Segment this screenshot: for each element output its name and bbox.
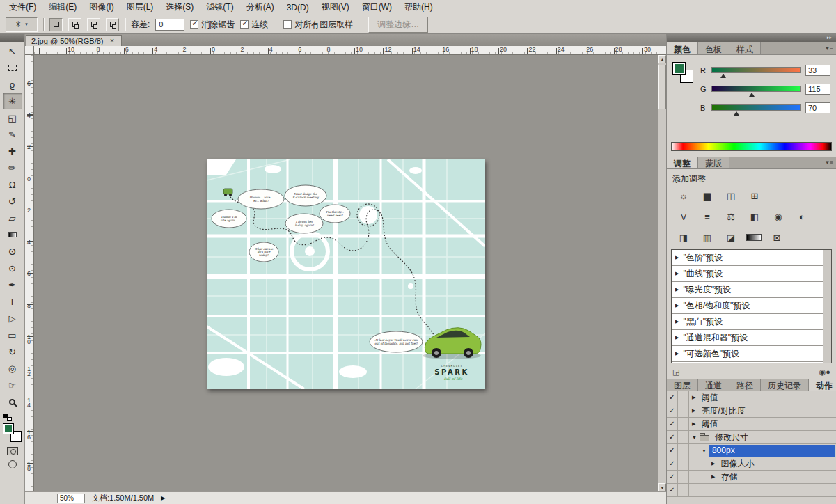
action-dialog-cell[interactable] (678, 391, 689, 404)
action-check-cell[interactable]: ✓ (667, 471, 678, 483)
path-selection-tool[interactable]: ▷ (3, 310, 22, 326)
contiguous-checkbox[interactable] (240, 20, 249, 29)
exposure-icon[interactable]: ⊞ (746, 189, 763, 203)
eyedropper-tool[interactable]: ✎ (3, 126, 22, 143)
subtract-from-selection-button[interactable] (87, 18, 100, 31)
magic-wand-tool[interactable]: ✳ (3, 93, 22, 109)
panel-tab-路径[interactable]: 路径 (729, 379, 761, 391)
expand-triangle-icon[interactable]: ▶ (692, 395, 695, 400)
action-check-cell[interactable]: ✓ (667, 457, 678, 470)
expand-triangle-icon[interactable]: ▼ (702, 448, 707, 453)
document-image[interactable]: Hmmm... nice...er... what?Must dodge the… (207, 159, 485, 389)
toolbar-header[interactable] (0, 34, 24, 42)
channel-slider-track[interactable] (711, 67, 801, 73)
action-row[interactable]: ✓▶存储 (667, 471, 836, 484)
canvas-area[interactable]: Hmmm... nice...er... what?Must dodge the… (34, 55, 658, 491)
channel-value-field[interactable]: 115 (805, 84, 830, 95)
intersect-selection-button[interactable] (106, 18, 119, 31)
panel-tab-历史记录[interactable]: 历史记录 (761, 379, 809, 391)
eraser-tool[interactable]: ▱ (3, 210, 22, 226)
lasso-tool[interactable]: ϱ (3, 76, 22, 93)
foreground-color-swatch[interactable] (3, 423, 14, 434)
panel-menu-icon[interactable]: ▼≡ (824, 159, 833, 166)
action-row[interactable]: ✓▶阈值 (667, 418, 836, 431)
scroll-down-arrow[interactable]: ▼ (658, 483, 666, 491)
posterize-icon[interactable]: ▥ (699, 230, 716, 245)
menu-item[interactable]: 图层(L) (120, 0, 160, 15)
quick-mask-button[interactable] (7, 447, 18, 455)
action-row[interactable]: ✓▼修改尺寸 (667, 431, 836, 444)
rectangular-marquee-tool[interactable] (3, 59, 22, 76)
menu-item[interactable]: 选择(S) (159, 0, 200, 15)
hue-saturation-icon[interactable]: ≡ (699, 210, 716, 224)
anti-alias-checkbox[interactable] (190, 20, 198, 29)
new-selection-button[interactable] (49, 18, 63, 31)
action-check-cell[interactable]: ✓ (667, 418, 678, 430)
expand-triangle-icon[interactable]: ▶ (692, 408, 695, 414)
preset-row[interactable]: ▶"曝光度"预设 (672, 282, 831, 298)
expand-triangle-icon[interactable]: ▶ (711, 474, 715, 480)
spot-healing-brush-tool[interactable]: ✚ (3, 143, 22, 159)
menu-item[interactable]: 文件(F) (3, 0, 42, 15)
action-dialog-cell[interactable] (678, 418, 689, 430)
preset-row[interactable]: ▶"曲线"预设 (672, 266, 831, 282)
channel-value-field[interactable]: 33 (805, 65, 830, 76)
threshold-icon[interactable]: ◪ (723, 230, 739, 245)
vertical-scrollbar[interactable]: ▲ ▼ (658, 55, 666, 491)
screen-mode-button[interactable] (8, 460, 17, 468)
panel-tab-调整[interactable]: 调整 (667, 157, 698, 168)
action-check-cell[interactable]: ✓ (667, 391, 678, 404)
action-check-cell[interactable]: ✓ (667, 484, 678, 496)
levels-icon[interactable]: ▆ (699, 189, 716, 203)
zoom-tool[interactable] (3, 393, 22, 410)
menu-item[interactable]: 分析(A) (240, 0, 281, 15)
black-white-icon[interactable]: ◧ (746, 210, 763, 224)
curves-icon[interactable]: ◫ (723, 189, 739, 203)
slider-marker-icon[interactable] (734, 111, 739, 116)
action-row[interactable]: ✓▶阈值 (667, 391, 836, 404)
action-row[interactable]: ✓▶图像大小 (667, 457, 836, 471)
expand-triangle-icon[interactable]: ▶ (711, 461, 715, 466)
channel-value-field[interactable]: 70 (805, 102, 830, 113)
preset-row[interactable]: ▶"黑白"预设 (672, 314, 831, 330)
brush-tool[interactable]: ✏ (3, 159, 22, 176)
preset-row[interactable]: ▶"可选颜色"预设 (672, 346, 831, 362)
panel-tab-颜色[interactable]: 颜色 (667, 42, 698, 54)
action-dialog-cell[interactable] (678, 457, 689, 470)
crop-tool[interactable]: ◱ (3, 109, 22, 126)
gradient-map-icon[interactable] (746, 234, 762, 241)
tolerance-input[interactable]: 0 (155, 19, 184, 31)
panel-menu-icon[interactable]: ▼≡ (824, 45, 833, 52)
switch-panel-view-icon[interactable]: ◲ (672, 368, 679, 377)
channel-slider-track[interactable] (711, 86, 801, 92)
rectangle-tool[interactable]: ▭ (3, 326, 22, 343)
action-dialog-cell[interactable] (678, 471, 689, 483)
refine-edge-button[interactable]: 调整边缘… (368, 17, 428, 33)
photo-filter-icon[interactable]: ◉ (770, 210, 787, 224)
invert-icon[interactable]: ◨ (675, 230, 692, 245)
history-brush-tool[interactable]: ↺ (3, 193, 22, 210)
hand-tool[interactable]: ☞ (3, 377, 22, 393)
menu-item[interactable]: 编辑(E) (42, 0, 83, 15)
channel-slider-track[interactable] (711, 104, 801, 111)
status-menu-arrow-icon[interactable]: ▶ (161, 495, 165, 501)
dodge-tool[interactable]: ⊙ (3, 260, 22, 276)
collapse-to-icons-button[interactable]: ▸▸ (667, 34, 836, 42)
scrollbar-thumb[interactable] (658, 65, 666, 109)
action-check-cell[interactable]: ✓ (667, 444, 678, 457)
action-check-cell[interactable]: ✓ (667, 404, 678, 417)
menu-item[interactable]: 视图(V) (315, 0, 356, 15)
type-tool[interactable]: T (3, 293, 22, 310)
panel-tab-动作[interactable]: 动作 (809, 379, 836, 391)
pen-tool[interactable]: ✒ (3, 276, 22, 293)
action-dialog-cell[interactable] (678, 484, 689, 496)
color-spectrum-ramp[interactable] (671, 142, 832, 151)
tool-preset-picker[interactable]: ✳ ▼ (6, 17, 38, 32)
vibrance-icon[interactable]: V (675, 210, 692, 224)
panel-tab-样式[interactable]: 样式 (729, 42, 761, 54)
move-tool[interactable]: ↖ (3, 42, 22, 59)
foreground-color-swatch[interactable] (672, 62, 686, 75)
3d-orbit-tool[interactable]: ◎ (3, 360, 22, 377)
preset-scrollbar[interactable] (823, 250, 831, 363)
slider-marker-icon[interactable] (720, 74, 726, 78)
